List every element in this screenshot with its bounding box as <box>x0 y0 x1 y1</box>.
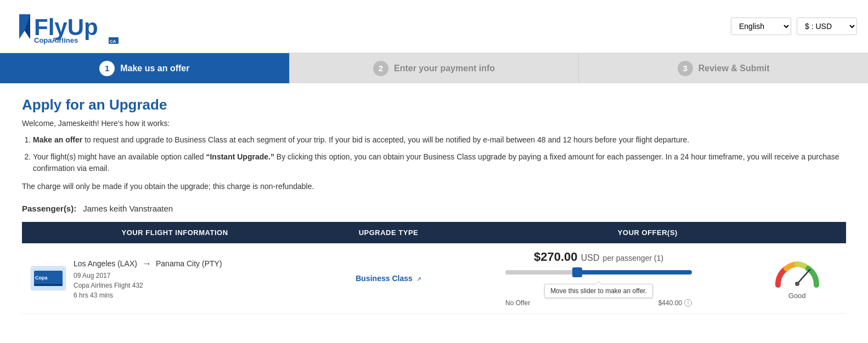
header: FlyUp CopaAirlines CA English $ : USD <box>0 0 868 53</box>
page-title: Apply for an Upgrade <box>22 96 846 113</box>
external-link-icon: ↗ <box>416 276 421 282</box>
step-3-number: 3 <box>678 61 693 76</box>
step-2-number: 2 <box>373 61 388 76</box>
gauge-content: Good <box>757 258 837 300</box>
no-offer-label: No Offer <box>505 299 530 307</box>
flight-route: Los Angeles (LAX) → Panama City (PTY) <box>74 258 222 270</box>
steps-bar: 1 Make us an offer 2 Enter your payment … <box>0 53 868 83</box>
language-select[interactable]: English <box>731 18 791 35</box>
charge-notice: The charge will only be made if you obta… <box>22 182 846 191</box>
flight-info-cell: Copa Los Angeles (LAX) → Panama City (PT… <box>22 243 328 314</box>
offer-price: $270.00 USD per passenger (1) <box>458 250 740 264</box>
passenger-name: James keith Vanstraaten <box>83 204 173 213</box>
instruction-1-bold: Make an offer <box>33 135 82 144</box>
instruction-1-rest: to request and upgrade to Business Class… <box>82 135 689 144</box>
flight-table: YOUR FLIGHT INFORMATION UPGRADE TYPE YOU… <box>22 222 846 314</box>
instruction-2-pre: Your flight(s) might have an available o… <box>33 152 206 161</box>
header-controls: English $ : USD <box>731 18 857 35</box>
business-class-link[interactable]: Business Class <box>356 274 413 283</box>
upgrade-type-cell: Business Class ↗ <box>328 243 449 314</box>
step-1[interactable]: 1 Make us an offer <box>0 53 289 83</box>
col1-header: YOUR FLIGHT INFORMATION <box>22 222 328 243</box>
instruction-2: Your flight(s) might have an available o… <box>33 151 846 174</box>
logo-svg: FlyUp CopaAirlines CA <box>11 9 154 44</box>
step-2[interactable]: 2 Enter your payment info <box>289 53 579 83</box>
slider-labels: No Offer $440.00 i <box>505 299 692 307</box>
instruction-2-bold: “Instant Upgrade.” <box>206 152 274 161</box>
flight-origin: Los Angeles (LAX) <box>74 259 137 268</box>
flight-destination: Panama City (PTY) <box>156 259 222 268</box>
gauge-cell: Good <box>748 243 846 314</box>
table-header-row: YOUR FLIGHT INFORMATION UPGRADE TYPE YOU… <box>22 222 846 243</box>
svg-text:CopaAirlines: CopaAirlines <box>34 36 78 44</box>
slider-tooltip: Move this slider to make an offer. <box>544 284 653 298</box>
gauge-label: Good <box>757 291 837 300</box>
step-3[interactable]: 3 Review & Submit <box>578 53 868 83</box>
flight-route-details: Los Angeles (LAX) → Panama City (PTY) 09… <box>74 258 222 299</box>
flight-number: Copa Airlines Flight 432 <box>74 282 222 289</box>
currency-select[interactable]: $ : USD <box>797 18 857 35</box>
svg-rect-9 <box>34 284 63 286</box>
price-value: $270.00 <box>534 250 578 264</box>
price-currency: USD <box>581 253 600 262</box>
step-2-label: Enter your payment info <box>394 64 495 73</box>
offer-slider[interactable] <box>505 270 692 275</box>
per-passenger: per passenger (1) <box>603 254 664 262</box>
airline-logo: Copa <box>31 266 66 290</box>
logo-area: FlyUp CopaAirlines CA <box>11 9 154 44</box>
offer-cell: $270.00 USD per passenger (1) Move this … <box>449 243 748 314</box>
passenger-row: Passenger(s): James keith Vanstraaten <box>22 204 846 213</box>
max-offer-label: $440.00 <box>658 299 682 307</box>
offer-content: $270.00 USD per passenger (1) Move this … <box>458 250 740 307</box>
svg-line-10 <box>797 270 810 284</box>
max-offer-wrapper: $440.00 i <box>658 299 692 307</box>
main-content: Apply for an Upgrade Welcome, Jameskeith… <box>0 83 868 327</box>
svg-point-11 <box>795 282 799 286</box>
flight-row: Copa Los Angeles (LAX) → Panama City (PT… <box>22 243 846 314</box>
copa-logo-img: Copa <box>32 267 65 289</box>
col3-header: YOUR OFFER(S) <box>449 222 846 243</box>
passenger-label: Passenger(s): <box>22 204 76 213</box>
arrow-right-icon: → <box>142 258 151 270</box>
svg-text:CA: CA <box>110 39 116 44</box>
svg-text:Copa: Copa <box>35 275 48 281</box>
logo: FlyUp CopaAirlines CA <box>11 9 154 44</box>
instruction-1: Make an offer to request and upgrade to … <box>33 134 846 146</box>
slider-wrapper: Move this slider to make an offer. <box>505 267 692 276</box>
welcome-text: Welcome, Jameskeith! Here's how it works… <box>22 119 846 128</box>
gauge-svg <box>773 258 822 288</box>
info-icon[interactable]: i <box>684 299 692 307</box>
col2-header: UPGRADE TYPE <box>328 222 449 243</box>
instructions-list: Make an offer to request and upgrade to … <box>33 134 846 174</box>
flight-date: 09 Aug 2017 <box>74 272 222 279</box>
step-1-number: 1 <box>99 61 115 76</box>
step-1-label: Make us an offer <box>120 64 189 73</box>
step-3-label: Review & Submit <box>698 64 770 73</box>
flight-duration: 6 hrs 43 mins <box>74 291 222 299</box>
